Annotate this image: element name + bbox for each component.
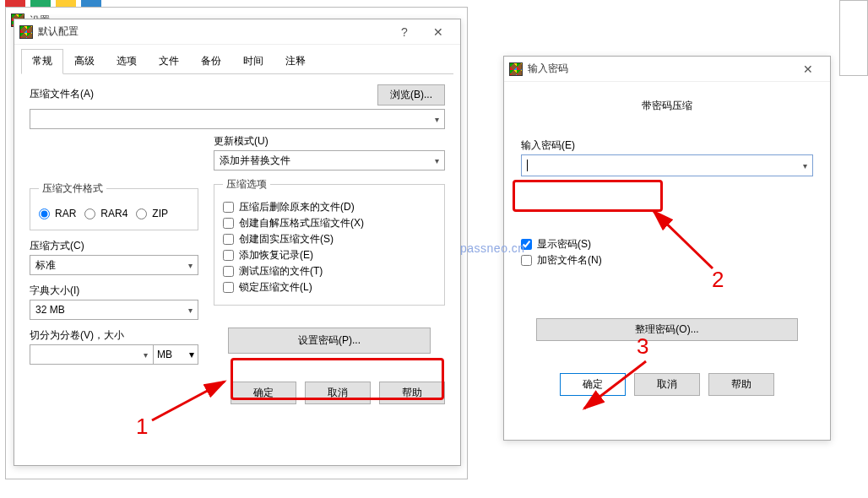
method-label: 压缩方式(C) xyxy=(30,239,198,253)
tab-comment[interactable]: 注释 xyxy=(274,49,317,74)
format-fieldset: 压缩文件格式 RAR RAR4 ZIP xyxy=(30,181,198,230)
watermark: passneo.cn xyxy=(460,241,525,255)
dlg2-title: 输入密码 xyxy=(528,62,791,76)
method-value: 标准 xyxy=(35,258,56,273)
archive-name-label: 压缩文件名(A) xyxy=(30,87,371,101)
chevron-down-icon: ▾ xyxy=(435,156,439,165)
format-rar4[interactable]: RAR4 xyxy=(84,208,127,219)
dlg1-titlebar: 默认配置 ? ✕ xyxy=(14,19,460,45)
dlg2-cancel-button[interactable]: 取消 xyxy=(634,373,700,396)
tab-time[interactable]: 时间 xyxy=(232,49,274,74)
ghost-window-right xyxy=(839,0,868,76)
dlg2-titlebar: 输入密码 ✕ xyxy=(504,57,830,82)
opt-test[interactable]: 测试压缩的文件(T) xyxy=(223,264,436,279)
method-combo[interactable]: 标准 ▾ xyxy=(30,255,198,275)
split-unit-combo[interactable]: MB ▾ xyxy=(153,344,198,365)
update-mode-value: 添加并替换文件 xyxy=(220,154,290,168)
dlg1-title: 默认配置 xyxy=(38,24,388,39)
password-label: 输入密码(E) xyxy=(521,138,813,153)
dlg1-bottom-buttons: 确定 取消 帮助 xyxy=(14,375,460,416)
dlg2-section: 带密码压缩 xyxy=(521,99,813,113)
winrar-icon xyxy=(509,62,523,76)
chevron-down-icon: ▾ xyxy=(435,115,439,124)
dlg1-body: 压缩文件名(A) 浏览(B)... ▾ 压缩文件格式 RAR RAR4 ZIP xyxy=(14,74,460,375)
manage-passwords-button[interactable]: 整理密码(O)... xyxy=(536,318,798,341)
dict-value: 32 MB xyxy=(35,304,65,316)
dict-combo[interactable]: 32 MB ▾ xyxy=(30,300,198,320)
dlg1-help-button[interactable]: 帮助 xyxy=(379,382,445,404)
opt-delete-after[interactable]: 压缩后删除原来的文件(D) xyxy=(223,200,436,214)
options-fieldset: 压缩选项 压缩后删除原来的文件(D) 创建自解压格式压缩文件(X) 创建固实压缩… xyxy=(214,177,445,306)
split-size-combo[interactable]: ▾ xyxy=(30,344,153,365)
update-mode-combo[interactable]: 添加并替换文件 ▾ xyxy=(214,150,445,171)
dlg1-ok-button[interactable]: 确定 xyxy=(231,382,296,404)
enter-password-dialog: 输入密码 ✕ 带密码压缩 输入密码(E) ▾ 显示密码(S) 加密文件名(N) … xyxy=(503,56,831,441)
opt-recovery[interactable]: 添加恢复记录(E) xyxy=(223,248,436,263)
dlg2-body: 带密码压缩 输入密码(E) ▾ 显示密码(S) 加密文件名(N) 整理密码(O)… xyxy=(504,82,830,368)
format-rar[interactable]: RAR xyxy=(39,208,76,219)
dlg2-bottom-buttons: 确定 取消 帮助 xyxy=(504,368,830,409)
tab-backup[interactable]: 备份 xyxy=(190,49,232,74)
tab-files[interactable]: 文件 xyxy=(148,49,190,74)
opt-solid[interactable]: 创建固实压缩文件(S) xyxy=(223,232,436,246)
opt-sfx[interactable]: 创建自解压格式压缩文件(X) xyxy=(223,216,436,230)
close-icon[interactable]: ✕ xyxy=(421,20,455,44)
split-unit-value: MB xyxy=(157,349,172,360)
format-legend: 压缩文件格式 xyxy=(39,181,106,196)
format-zip[interactable]: ZIP xyxy=(136,208,168,219)
chevron-down-icon: ▾ xyxy=(189,349,194,360)
winrar-icon xyxy=(19,25,33,39)
help-icon[interactable]: ? xyxy=(388,20,421,44)
tab-advanced[interactable]: 高级 xyxy=(63,49,106,74)
chevron-down-icon: ▾ xyxy=(803,161,807,171)
tab-general[interactable]: 常规 xyxy=(21,49,63,74)
split-label: 切分为分卷(V)，大小 xyxy=(30,328,198,343)
browse-button[interactable]: 浏览(B)... xyxy=(377,84,445,106)
default-profile-dialog: 默认配置 ? ✕ 常规 高级 选项 文件 备份 时间 注释 压缩文件名(A) 浏… xyxy=(14,19,461,466)
dlg1-cancel-button[interactable]: 取消 xyxy=(305,382,371,404)
tab-options[interactable]: 选项 xyxy=(106,49,148,74)
chevron-down-icon: ▾ xyxy=(188,306,193,315)
options-legend: 压缩选项 xyxy=(223,177,270,192)
archive-name-combo[interactable]: ▾ xyxy=(30,109,445,129)
opt-lock[interactable]: 锁定压缩文件(L) xyxy=(223,280,436,295)
text-cursor xyxy=(527,160,528,171)
chevron-down-icon: ▾ xyxy=(144,350,148,360)
update-mode-label: 更新模式(U) xyxy=(214,134,445,149)
set-password-button[interactable]: 设置密码(P)... xyxy=(228,327,431,354)
dlg2-help-button[interactable]: 帮助 xyxy=(708,373,774,396)
dict-label: 字典大小(I) xyxy=(30,284,198,298)
password-input[interactable]: ▾ xyxy=(521,154,813,176)
dlg1-tabs: 常规 高级 选项 文件 备份 时间 注释 xyxy=(21,48,453,74)
encrypt-names-checkbox[interactable]: 加密文件名(N) xyxy=(521,253,813,268)
dlg2-ok-button[interactable]: 确定 xyxy=(560,373,626,396)
show-password-checkbox[interactable]: 显示密码(S) xyxy=(521,237,813,252)
chevron-down-icon: ▾ xyxy=(188,261,193,270)
close-icon[interactable]: ✕ xyxy=(791,57,825,81)
